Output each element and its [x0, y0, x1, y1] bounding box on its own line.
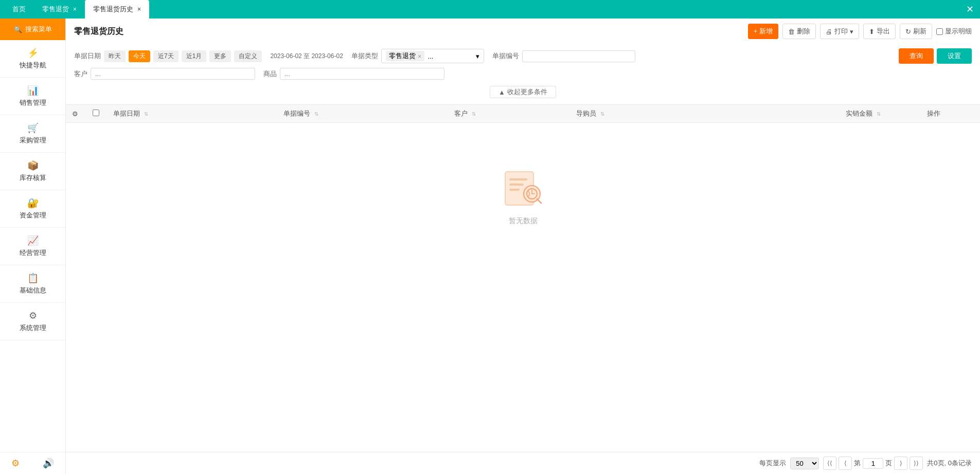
voucher-type-tag-text: 零售退货: [389, 51, 416, 61]
tab-home[interactable]: 首页: [4, 0, 34, 19]
window-close-button[interactable]: ✕: [966, 4, 980, 15]
per-page-select[interactable]: 20 50 100: [790, 458, 819, 469]
inventory-icon: 📦: [27, 160, 39, 171]
column-settings-icon[interactable]: ⚙: [72, 110, 78, 118]
voucher-type-tag-close[interactable]: ×: [418, 52, 422, 60]
collapse-row: ▲ 收起更多条件: [74, 84, 972, 102]
search-icon: 🔍: [14, 26, 22, 33]
filter-row-2: 客户 商品: [74, 68, 972, 80]
sidebar-item-purchase-mgmt-label: 采购管理: [20, 136, 46, 145]
sidebar-item-operations[interactable]: 📈 经营管理: [0, 228, 65, 265]
print-button[interactable]: 🖨 打印 ▾: [820, 24, 859, 39]
select-all-checkbox[interactable]: [93, 110, 99, 116]
voucher-type-select[interactable]: 零售退货 × ... ▾: [381, 49, 484, 63]
sidebar-item-basic-info[interactable]: 📋 基础信息: [0, 265, 65, 303]
settings-button[interactable]: 设置: [937, 48, 972, 64]
basic-info-icon: 📋: [27, 272, 39, 284]
date-filter-item: 单据日期 昨天 今天 近7天 近1月 更多 自定义: [74, 50, 262, 62]
last-page-btn[interactable]: ⟩⟩: [910, 457, 923, 470]
print-dropdown-icon: ▾: [850, 28, 853, 35]
customer-label: 客户: [74, 69, 87, 79]
page-input[interactable]: [863, 458, 883, 469]
tab-retail-return-history-close[interactable]: ×: [137, 6, 141, 13]
last7days-btn[interactable]: 近7天: [153, 50, 179, 62]
delete-icon: 🗑: [788, 28, 795, 35]
voucher-type-dropdown-icon: ▾: [476, 52, 479, 60]
show-detail-checkbox-label[interactable]: 显示明细: [936, 27, 972, 36]
svg-line-6: [537, 199, 541, 203]
sidebar-item-quick-nav[interactable]: ⚡ 快捷导航: [0, 40, 65, 78]
empty-text: 暂无数据: [509, 216, 538, 226]
sidebar-item-finance[interactable]: 🔐 资金管理: [0, 190, 65, 228]
tab-retail-return-history[interactable]: 零售退货历史 ×: [85, 0, 149, 19]
voucher-type-label: 单据类型: [351, 51, 378, 61]
tab-home-label: 首页: [12, 5, 26, 14]
page-label: 第: [854, 459, 861, 468]
voucher-type-more-text: ...: [427, 52, 433, 60]
refresh-icon: ↻: [905, 28, 911, 35]
next-page-btn[interactable]: ⟩: [894, 457, 907, 470]
yesterday-btn[interactable]: 昨天: [104, 50, 126, 62]
last1month-btn[interactable]: 近1月: [182, 50, 207, 62]
th-amount[interactable]: 实销金额 ⇅: [717, 105, 887, 123]
first-page-btn[interactable]: ⟨⟨: [823, 457, 836, 470]
goods-label: 商品: [263, 69, 277, 79]
filter-row-1: 单据日期 昨天 今天 近7天 近1月 更多 自定义 2023-06-02 至 2…: [74, 48, 972, 64]
show-detail-label: 显示明细: [945, 27, 972, 36]
th-no[interactable]: 单据编号 ⇅: [277, 105, 448, 123]
th-date-sort-icon: ⇅: [144, 111, 148, 117]
query-button[interactable]: 查询: [899, 48, 934, 64]
action-buttons: 查询 设置: [899, 48, 972, 64]
volume-icon[interactable]: 🔊: [43, 458, 54, 469]
sidebar-item-finance-label: 资金管理: [20, 211, 46, 220]
th-guide[interactable]: 导购员 ⇅: [570, 105, 716, 123]
tab-retail-return[interactable]: 零售退货 ×: [34, 0, 85, 19]
svg-rect-2: [509, 184, 524, 186]
export-icon: ⬆: [869, 28, 875, 35]
empty-icon: [500, 164, 546, 210]
export-button[interactable]: ⬆ 导出: [863, 24, 896, 39]
voucher-type-tag: 零售退货 ×: [386, 51, 425, 61]
voucher-no-input[interactable]: [522, 50, 635, 62]
svg-rect-1: [509, 178, 527, 180]
tab-bar: 首页 零售退货 × 零售退货历史 ×: [4, 0, 966, 19]
page-title-row: 零售退货历史 + 新增 🗑 删除 🖨 打印 ▾ ⬆ 导出: [74, 24, 972, 39]
collapse-button[interactable]: ▲ 收起更多条件: [490, 86, 556, 98]
pagination-bar: 每页显示 20 50 100 ⟨⟨ ⟨ 第 页 ⟩ ⟩⟩ 共0页, 0条记录: [66, 452, 980, 474]
th-date[interactable]: 单据日期 ⇅: [107, 105, 277, 123]
date-range-item: 2023-06-02 至 2023-06-02: [270, 52, 343, 61]
delete-button[interactable]: 🗑 删除: [782, 24, 816, 39]
tab-retail-return-close[interactable]: ×: [73, 6, 77, 13]
sidebar-search[interactable]: 🔍 搜索菜单: [0, 19, 65, 40]
sidebar-item-sales-mgmt[interactable]: 📊 销售管理: [0, 78, 65, 115]
tab-retail-return-history-label: 零售退货历史: [93, 5, 133, 14]
delete-label: 删除: [797, 27, 810, 36]
empty-state: 暂无数据: [66, 123, 980, 267]
table-container: ⚙ 单据日期 ⇅ 单据编号 ⇅: [66, 105, 980, 452]
customer-input[interactable]: [91, 68, 255, 80]
collapse-label: 收起更多条件: [507, 87, 547, 97]
date-filter-label: 单据日期: [74, 51, 101, 61]
custom-btn[interactable]: 自定义: [234, 50, 262, 62]
prev-page-btn[interactable]: ⟨: [839, 457, 852, 470]
new-button[interactable]: + 新增: [748, 24, 778, 39]
th-customer[interactable]: 客户 ⇅: [448, 105, 570, 123]
export-label: 导出: [877, 27, 890, 36]
goods-input[interactable]: [280, 68, 444, 80]
show-detail-checkbox[interactable]: [936, 28, 943, 35]
more-btn[interactable]: 更多: [209, 50, 231, 62]
settings-icon[interactable]: ⚙: [11, 458, 20, 469]
sidebar-item-inventory[interactable]: 📦 库存核算: [0, 153, 65, 190]
voucher-type-item: 单据类型 零售退货 × ... ▾: [351, 49, 484, 63]
sidebar: 🔍 搜索菜单 ⚡ 快捷导航 📊 销售管理 🛒 采购管理 📦 库存核算 🔐 资金管…: [0, 19, 66, 474]
today-btn[interactable]: 今天: [129, 50, 150, 62]
sidebar-item-system-mgmt[interactable]: ⚙ 系统管理: [0, 303, 65, 340]
sidebar-item-purchase-mgmt[interactable]: 🛒 采购管理: [0, 115, 65, 153]
th-amount-label: 实销金额: [846, 110, 872, 117]
th-date-label: 单据日期: [113, 110, 140, 117]
refresh-button[interactable]: ↻ 刷新: [900, 24, 932, 39]
th-guide-sort-icon: ⇅: [600, 111, 604, 117]
page-header: 零售退货历史 + 新增 🗑 删除 🖨 打印 ▾ ⬆ 导出: [66, 19, 980, 105]
page-summary: 共0页, 0条记录: [927, 459, 972, 468]
date-range-display: 2023-06-02 至 2023-06-02: [270, 52, 343, 61]
